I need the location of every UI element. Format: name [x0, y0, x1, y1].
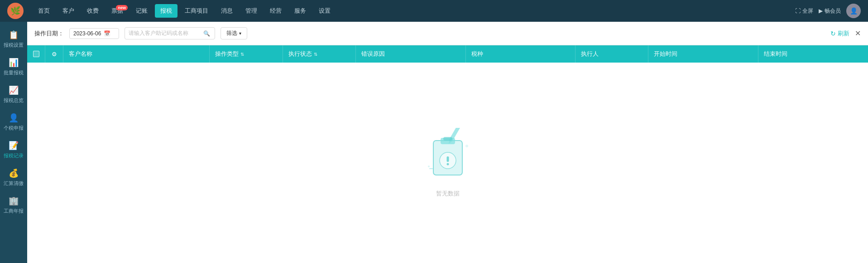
tax-record-icon: 📝: [9, 141, 19, 151]
empty-clipboard-svg: [421, 128, 475, 182]
tax-overview-icon: 📈: [9, 85, 19, 95]
table-container: ⚙ 客户名称 操作类型 ⇅ 执行状态 ⇅ 错误原因 税种: [27, 45, 868, 263]
sidebar-item-tax-overview[interactable]: 📈 报税总览: [0, 81, 27, 108]
nav-item-settings[interactable]: 设置: [313, 4, 336, 18]
sidebar-item-annual-report-label: 工商年报: [4, 208, 24, 214]
refresh-button[interactable]: ↻ 刷新: [830, 29, 849, 38]
sidebar-item-settlement-label: 汇算清缴: [4, 180, 24, 187]
user-avatar[interactable]: 👤: [846, 4, 861, 18]
empty-state: 暂无数据: [27, 63, 868, 263]
th-tax-type: 税种: [466, 45, 575, 63]
search-placeholder-text: 请输入客户助记码或名称: [129, 29, 200, 37]
top-navigation: 🌿 首页 客户 收费 票据 new 记账 报税 工商项目 消息 管理 经营 服务…: [0, 0, 868, 22]
personal-tax-icon: 👤: [9, 113, 19, 123]
refresh-icon: ↻: [830, 30, 836, 37]
batch-tax-icon: 📊: [9, 58, 19, 68]
sidebar-item-settlement[interactable]: 💰 汇算清缴: [0, 164, 27, 191]
th-start-time: 开始时间: [648, 45, 758, 63]
select-all-checkbox[interactable]: [33, 51, 39, 57]
member-icon: ▶: [819, 8, 823, 14]
sidebar-item-personal-tax-label: 个税申报: [4, 125, 24, 132]
avatar-icon: 👤: [850, 7, 858, 15]
svg-rect-9: [446, 156, 449, 162]
sidebar-item-tax-record[interactable]: 📝 报税记录: [0, 136, 27, 164]
sidebar-item-tax-settings[interactable]: 📋 报税设置: [0, 25, 27, 53]
th-operation-type[interactable]: 操作类型 ⇅: [210, 45, 283, 63]
th-client-name: 客户名称: [63, 45, 210, 63]
nav-item-operate[interactable]: 经营: [264, 4, 287, 18]
app-logo[interactable]: 🌿: [7, 3, 24, 19]
nav-item-commerce[interactable]: 工商项目: [179, 4, 214, 18]
logo-icon: 🌿: [10, 6, 20, 16]
search-icon[interactable]: 🔍: [202, 30, 211, 37]
tax-settings-icon: 📋: [9, 30, 19, 40]
nav-item-tax[interactable]: 报税: [155, 4, 177, 18]
fullscreen-button[interactable]: ⛶ 全屏: [795, 7, 813, 15]
table-body: 暂无数据: [27, 63, 868, 263]
sort-icon-status: ⇅: [314, 52, 317, 57]
empty-illustration: [421, 128, 475, 182]
member-label: 畅会员: [825, 7, 841, 15]
fullscreen-label: 全屏: [802, 7, 813, 15]
member-button[interactable]: ▶ 畅会员: [819, 7, 841, 15]
date-label: 操作日期：: [34, 29, 64, 38]
date-input[interactable]: 2023-06-06 📅: [69, 28, 119, 39]
sort-icon-operation: ⇅: [240, 52, 244, 57]
toolbar: 操作日期： 2023-06-06 📅 请输入客户助记码或名称 🔍 筛选 ▾ ↻ …: [27, 22, 868, 45]
svg-point-10: [446, 163, 449, 166]
search-box[interactable]: 请输入客户助记码或名称 🔍: [125, 27, 215, 39]
refresh-label: 刷新: [838, 29, 849, 38]
close-button[interactable]: ✕: [855, 30, 861, 37]
fullscreen-icon: ⛶: [795, 8, 801, 14]
sidebar-item-annual-report[interactable]: 🏢 工商年报: [0, 191, 27, 219]
nav-item-service[interactable]: 服务: [289, 4, 312, 18]
annual-report-icon: 🏢: [9, 196, 19, 206]
nav-item-client[interactable]: 客户: [57, 4, 80, 18]
th-error-reason: 错误原因: [356, 45, 465, 63]
th-end-time: 结束时间: [758, 45, 868, 63]
content-area: 操作日期： 2023-06-06 📅 请输入客户助记码或名称 🔍 筛选 ▾ ↻ …: [27, 22, 868, 263]
filter-label: 筛选: [226, 29, 237, 37]
svg-rect-6: [443, 137, 452, 141]
new-badge: new: [116, 5, 128, 10]
toolbar-right: ↻ 刷新 ✕: [830, 29, 861, 38]
nav-right-area: ⛶ 全屏 ▶ 畅会员 👤: [795, 4, 861, 18]
nav-menu: 首页 客户 收费 票据 new 记账 报税 工商项目 消息 管理 经营 服务 设…: [33, 4, 795, 18]
main-layout: 📋 报税设置 📊 批量报税 📈 报税总览 👤 个税申报 📝 报税记录 💰 汇算清…: [0, 22, 868, 263]
svg-point-13: [465, 145, 468, 147]
th-exec-status[interactable]: 执行状态 ⇅: [283, 45, 356, 63]
calendar-icon: 📅: [104, 30, 110, 37]
sidebar-item-tax-settings-label: 报税设置: [4, 42, 24, 49]
svg-point-12: [428, 166, 430, 167]
nav-item-bookkeeping[interactable]: 记账: [130, 4, 153, 18]
settings-icon: ⚙: [52, 51, 57, 58]
th-executor: 执行人: [575, 45, 649, 63]
sidebar-item-batch-tax-label: 批量报税: [4, 69, 24, 76]
sidebar-item-batch-tax[interactable]: 📊 批量报税: [0, 53, 27, 81]
empty-text: 暂无数据: [436, 190, 460, 198]
date-value: 2023-06-06: [73, 30, 101, 37]
nav-item-message[interactable]: 消息: [216, 4, 238, 18]
nav-item-fee[interactable]: 收费: [82, 4, 104, 18]
sidebar-item-tax-record-label: 报税记录: [4, 152, 24, 159]
nav-item-home[interactable]: 首页: [33, 4, 55, 18]
nav-item-invoice[interactable]: 票据 new: [106, 4, 129, 18]
nav-item-manage[interactable]: 管理: [240, 4, 263, 18]
th-settings[interactable]: ⚙: [45, 45, 63, 63]
sidebar-item-personal-tax[interactable]: 👤 个税申报: [0, 108, 27, 136]
chevron-down-icon: ▾: [239, 31, 241, 36]
settlement-icon: 💰: [9, 168, 19, 178]
filter-button[interactable]: 筛选 ▾: [221, 27, 247, 39]
table-header: ⚙ 客户名称 操作类型 ⇅ 执行状态 ⇅ 错误原因 税种: [27, 45, 868, 63]
th-checkbox[interactable]: [27, 45, 45, 63]
sidebar: 📋 报税设置 📊 批量报税 📈 报税总览 👤 个税申报 📝 报税记录 💰 汇算清…: [0, 22, 27, 263]
sidebar-item-tax-overview-label: 报税总览: [4, 97, 24, 104]
